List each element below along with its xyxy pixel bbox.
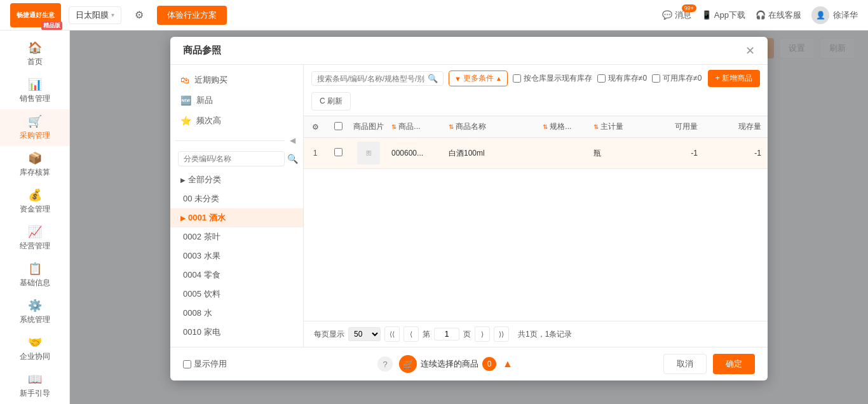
sidebar-label: 销售管理 bbox=[20, 93, 50, 104]
select-all-checkbox[interactable] bbox=[334, 122, 342, 130]
cat-item-0004[interactable]: 0004 零食 bbox=[170, 266, 303, 285]
refresh-btn[interactable]: C 刷新 bbox=[311, 92, 351, 111]
col-unit-header[interactable]: ⇅ 主计量 bbox=[590, 116, 641, 138]
category-search-input[interactable] bbox=[178, 151, 285, 166]
modal-header: 商品参照 ✕ bbox=[170, 37, 768, 65]
per-page-select[interactable]: 10 20 50 100 bbox=[348, 327, 381, 341]
prev-page-btn[interactable]: ⟨ bbox=[403, 327, 419, 342]
all-cat-arrow-icon: ▶ bbox=[180, 177, 186, 184]
sidebar-item-home[interactable]: 🏠 首页 bbox=[0, 36, 69, 72]
cat-item-00[interactable]: 00 未分类 bbox=[170, 189, 303, 208]
sidebar-item-finance[interactable]: 💰 资金管理 bbox=[0, 183, 69, 220]
cat-item-0003[interactable]: 0003 水果 bbox=[170, 246, 303, 266]
sidebar-item-system[interactable]: ⚙️ 系统管理 bbox=[0, 293, 69, 330]
warehouse-checkbox[interactable] bbox=[513, 74, 521, 83]
cat-label: 00 未分类 bbox=[183, 193, 219, 205]
experience-btn[interactable]: 体验行业方案 bbox=[157, 6, 227, 25]
modal-overlay: 商品参照 ✕ 🛍 近期购买 🆕 新品 bbox=[70, 30, 868, 404]
row-checkbox[interactable] bbox=[334, 148, 342, 156]
search-box: 🔍 bbox=[311, 71, 444, 86]
checkbox-available-nonzero[interactable]: 可用库存≠0 bbox=[652, 73, 702, 84]
col-spec-header[interactable]: ⇅ 规格... bbox=[539, 116, 590, 138]
recent-buy-label: 近期购买 bbox=[194, 74, 227, 86]
available-nonzero-checkbox[interactable] bbox=[652, 74, 660, 83]
cancel-btn[interactable]: 取消 bbox=[663, 354, 707, 374]
new-items-item[interactable]: 🆕 新品 bbox=[170, 90, 303, 111]
cat-item-0008[interactable]: 0008 水 bbox=[170, 304, 303, 323]
sort-icon: ⇅ bbox=[449, 123, 454, 130]
messages-btn[interactable]: 💬 消息 99+ bbox=[662, 10, 691, 21]
app-download-btn[interactable]: 📱 App下载 bbox=[702, 10, 745, 21]
frequent-icon: ⭐ bbox=[180, 116, 191, 126]
frequent-item[interactable]: ⭐ 频次高 bbox=[170, 111, 303, 131]
category-search-icon[interactable]: 🔍 bbox=[287, 154, 298, 164]
cat-label: 0004 零食 bbox=[183, 270, 220, 279]
show-disabled-label[interactable]: 显示停用 bbox=[183, 358, 227, 370]
modal-body: 🛍 近期购买 🆕 新品 ⭐ 频次高 bbox=[170, 65, 768, 347]
col-stock-header[interactable]: 现存量 bbox=[704, 116, 768, 138]
user-profile[interactable]: 👤 徐泽华 bbox=[811, 6, 858, 24]
row-code-cell: 000600... bbox=[388, 138, 445, 169]
search-input[interactable] bbox=[317, 74, 425, 83]
show-disabled-text: 显示停用 bbox=[194, 358, 227, 370]
close-icon[interactable]: ✕ bbox=[745, 45, 755, 57]
cat-label: 0005 饮料 bbox=[183, 289, 220, 299]
confirm-btn[interactable]: 确定 bbox=[713, 354, 755, 374]
app-label: App下载 bbox=[714, 10, 745, 21]
new-product-btn[interactable]: + 新增商品 bbox=[708, 70, 760, 87]
cart-icon: 🛒 bbox=[399, 355, 417, 373]
show-disabled-checkbox[interactable] bbox=[183, 360, 191, 368]
col-settings-header[interactable]: ⚙ bbox=[304, 116, 327, 138]
col-code-header[interactable]: ⇅ 商品... bbox=[388, 116, 445, 138]
search-icon[interactable]: 🔍 bbox=[428, 74, 438, 83]
sidebar-item-collab[interactable]: 🤝 企业协同 bbox=[0, 330, 69, 367]
sidebar-item-inventory[interactable]: 📦 库存核算 bbox=[0, 146, 69, 183]
row-img-cell: 图 bbox=[349, 138, 388, 169]
footer-right: 取消 确定 bbox=[663, 354, 755, 374]
cat-item-0001[interactable]: ▶ 0001 酒水 bbox=[170, 208, 303, 227]
checkbox-stock-nonzero[interactable]: 现有库存≠0 bbox=[597, 73, 647, 84]
footer-left: 显示停用 bbox=[183, 358, 227, 370]
dropdown-region[interactable]: 日太阳膜 ▾ bbox=[69, 6, 121, 24]
logo: 畅捷通好生意 精品版 bbox=[10, 3, 61, 27]
col-name-header[interactable]: ⇅ 商品名称 bbox=[445, 116, 539, 138]
recent-buy-item[interactable]: 🛍 近期购买 bbox=[170, 70, 303, 90]
sidebar-item-sales[interactable]: 📊 销售管理 bbox=[0, 72, 69, 109]
sidebar-label: 库存核算 bbox=[20, 167, 50, 178]
first-page-btn[interactable]: ⟨⟨ bbox=[384, 327, 400, 342]
stock-nonzero-checkbox[interactable] bbox=[597, 74, 606, 83]
last-page-btn[interactable]: ⟩⟩ bbox=[494, 327, 509, 342]
support-btn[interactable]: 🎧 在线客服 bbox=[756, 10, 801, 21]
table-row[interactable]: 1 图 000600... 白酒100ml bbox=[304, 138, 768, 169]
sidebar-item-purchase[interactable]: 🛒 采购管理 bbox=[0, 109, 69, 146]
all-categories-item[interactable]: ▶ 全部分类 bbox=[170, 170, 303, 189]
sidebar-item-basic[interactable]: 📋 基础信息 bbox=[0, 257, 69, 293]
col-check-header[interactable] bbox=[327, 116, 349, 138]
page-label: 第 bbox=[423, 329, 430, 340]
logo-text: 畅捷通好生意 bbox=[17, 11, 55, 19]
row-check-cell[interactable] bbox=[327, 138, 349, 169]
next-page-btn[interactable]: ⟩ bbox=[475, 327, 490, 342]
cat-item-0002[interactable]: 0002 茶叶 bbox=[170, 227, 303, 246]
sort-icon: ⇅ bbox=[543, 123, 548, 130]
collapse-panel-icon[interactable]: ◀ bbox=[287, 136, 298, 145]
checkbox-warehouse[interactable]: 按仓库显示现有库存 bbox=[513, 73, 592, 84]
gear-icon[interactable]: ⚙ bbox=[129, 5, 149, 25]
help-icon[interactable]: ? bbox=[377, 356, 393, 372]
sidebar-item-guide[interactable]: 📖 新手引导 bbox=[0, 367, 69, 404]
table-container: ⚙ 商品图片 bbox=[304, 116, 768, 321]
collapse-up-icon[interactable]: ▲ bbox=[503, 358, 513, 370]
app-icon: 📱 bbox=[702, 10, 712, 20]
sidebar: 🏠 首页 📊 销售管理 🛒 采购管理 📦 库存核算 💰 资金管理 📈 经营管理 … bbox=[0, 30, 70, 404]
support-label: 在线客服 bbox=[768, 10, 801, 21]
cat-item-0005[interactable]: 0005 饮料 bbox=[170, 285, 303, 304]
cart-btn[interactable]: 🛒 连续选择的商品 0 bbox=[399, 355, 496, 373]
sidebar-label: 采购管理 bbox=[20, 130, 50, 141]
page-input[interactable] bbox=[434, 328, 459, 340]
cat-item-0010[interactable]: 0010 家电 bbox=[170, 323, 303, 342]
sidebar-item-operations[interactable]: 📈 经营管理 bbox=[0, 220, 69, 257]
col-avail-header[interactable]: 可用量 bbox=[641, 116, 704, 138]
sidebar-label: 首页 bbox=[27, 57, 43, 67]
warehouse-label: 按仓库显示现有库存 bbox=[524, 73, 592, 84]
more-conditions-btn[interactable]: ▼ 更多条件 ▲ bbox=[449, 71, 508, 86]
